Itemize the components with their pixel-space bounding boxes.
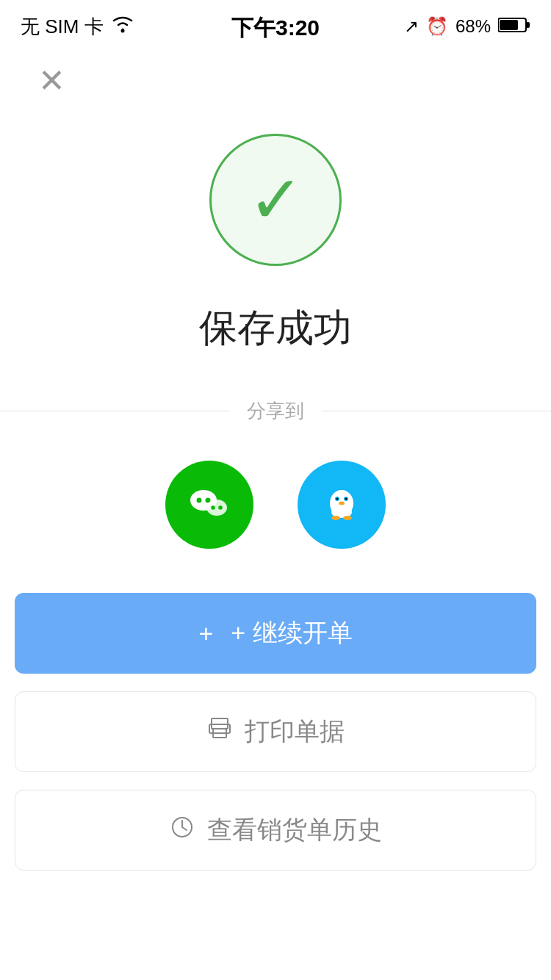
svg-point-14	[336, 498, 339, 500]
close-button[interactable]: ✕	[29, 59, 73, 103]
svg-point-18	[331, 516, 340, 520]
battery-icon	[498, 15, 530, 38]
print-label: 打印单据	[245, 715, 345, 749]
share-qq-button[interactable]	[298, 461, 386, 549]
share-icons	[0, 461, 551, 549]
svg-point-5	[197, 498, 202, 503]
share-label: 分享到	[229, 398, 322, 424]
continue-button[interactable]: + + 继续开单	[15, 593, 536, 674]
status-bar: 无 SIM 卡 下午3:20 ↗ ⏰ 68%	[0, 0, 551, 53]
location-icon: ↗	[404, 16, 419, 37]
alarm-icon: ⏰	[426, 16, 448, 37]
svg-point-15	[345, 498, 347, 500]
battery-label: 68%	[455, 16, 491, 37]
svg-point-8	[211, 505, 215, 510]
no-sim-label: 无 SIM 卡	[21, 14, 104, 40]
continue-label: + 继续开单	[231, 616, 352, 650]
success-section: ✓ 保存成功 分享到	[0, 53, 551, 871]
divider-right	[322, 411, 551, 411]
history-button[interactable]: 查看销货单历史	[15, 790, 536, 871]
close-icon: ✕	[38, 65, 65, 97]
svg-point-9	[218, 505, 223, 510]
share-divider: 分享到	[0, 398, 551, 424]
print-icon	[206, 716, 233, 748]
wechat-icon	[184, 480, 234, 530]
svg-rect-2	[526, 22, 530, 28]
svg-point-7	[206, 500, 227, 516]
qq-icon	[317, 480, 367, 530]
success-title: 保存成功	[199, 303, 352, 354]
plus-icon: +	[198, 619, 213, 648]
svg-rect-3	[500, 20, 518, 30]
success-circle: ✓	[209, 134, 342, 266]
wifi-icon	[111, 15, 134, 39]
share-wechat-button[interactable]	[165, 461, 253, 549]
svg-point-19	[343, 516, 352, 520]
status-right: ↗ ⏰ 68%	[404, 15, 530, 38]
svg-point-0	[120, 29, 124, 32]
svg-point-23	[226, 728, 228, 730]
history-icon	[169, 814, 195, 846]
divider-left	[0, 411, 229, 411]
share-section: 分享到	[0, 398, 551, 549]
status-left: 无 SIM 卡	[21, 14, 134, 40]
action-section: + + 继续开单 打印单据 查看销货单历	[0, 593, 551, 871]
checkmark-icon: ✓	[248, 167, 303, 233]
history-label: 查看销货单历史	[207, 813, 382, 847]
print-button[interactable]: 打印单据	[15, 691, 536, 772]
status-time: 下午3:20	[231, 13, 320, 43]
svg-point-16	[339, 502, 345, 505]
